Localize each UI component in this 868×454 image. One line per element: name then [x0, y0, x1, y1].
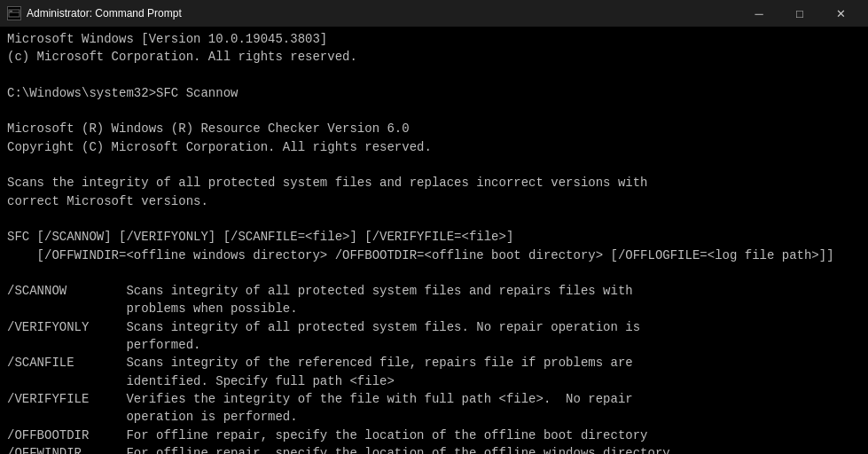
- svg-rect-2: [10, 11, 12, 12]
- titlebar-buttons: ─ □ ✕: [739, 0, 861, 27]
- close-button[interactable]: ✕: [820, 0, 861, 27]
- maximize-button[interactable]: □: [779, 0, 820, 27]
- titlebar-left: Administrator: Command Prompt: [7, 6, 182, 20]
- terminal-content[interactable]: Microsoft Windows [Version 10.0.19045.38…: [0, 27, 868, 454]
- titlebar: Administrator: Command Prompt ─ □ ✕: [0, 0, 868, 27]
- app-icon: [7, 6, 21, 20]
- minimize-button[interactable]: ─: [739, 0, 779, 27]
- window-title: Administrator: Command Prompt: [27, 7, 182, 20]
